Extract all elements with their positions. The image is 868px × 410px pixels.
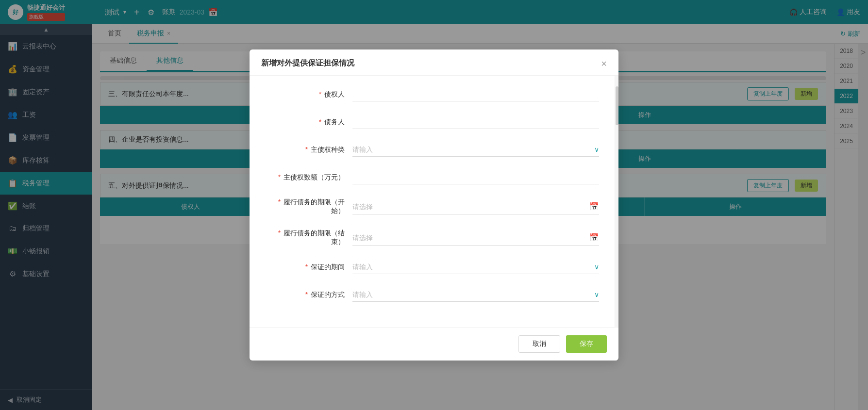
input-claim-amount[interactable]: [352, 170, 599, 184]
form-row-creditor: * 债权人: [265, 87, 599, 101]
label-period-end-text: 履行债务的期限（结束）: [284, 229, 345, 246]
save-button[interactable]: 保存: [566, 335, 607, 353]
date-period-end-wrapper: 📅: [352, 230, 599, 246]
required-star-guarantee-period: *: [305, 263, 308, 271]
input-period-end[interactable]: [352, 234, 589, 242]
guarantee-period-dropdown-icon[interactable]: ∨: [594, 263, 599, 271]
select-guarantee-period-wrapper: ∨: [352, 260, 599, 274]
select-claim-type-wrapper: ∨: [352, 143, 599, 157]
label-debtor-text: 债务人: [324, 118, 345, 126]
form-row-claim-type: * 主债权种类 ∨: [265, 143, 599, 157]
claim-type-dropdown-icon[interactable]: ∨: [594, 146, 599, 153]
label-claim-type-text: 主债权种类: [311, 146, 345, 153]
form-row-claim-amount: * 主债权数额（万元）: [265, 170, 599, 184]
add-guarantee-modal: 新增对外提供保证担保情况 × * 债权人 * 债务人: [250, 49, 618, 361]
label-creditor: * 债权人: [265, 90, 352, 99]
required-star-claim-amount: *: [278, 173, 281, 181]
modal-backdrop: 新增对外提供保证担保情况 × * 债权人 * 债务人: [0, 0, 868, 410]
label-claim-amount-text: 主债权数额（万元）: [284, 173, 345, 181]
label-period-end: * 履行债务的期限（结束）: [265, 229, 352, 246]
label-guarantee-method-text: 保证的方式: [311, 291, 345, 298]
required-star-period-end: *: [278, 229, 281, 237]
required-star-guarantee-method: *: [305, 291, 308, 298]
guarantee-method-dropdown-icon[interactable]: ∨: [594, 291, 599, 298]
required-star-period-start: *: [278, 198, 281, 206]
required-star-claim-type: *: [305, 146, 308, 153]
modal-content-wrapper: * 债权人 * 债务人 * 主债权种: [250, 76, 618, 327]
modal-body: * 债权人 * 债务人 * 主债权种: [250, 76, 615, 327]
label-creditor-text: 债权人: [324, 90, 345, 98]
modal-footer: 取消 保存: [250, 327, 618, 361]
input-period-start[interactable]: [352, 203, 589, 211]
form-row-period-end: * 履行债务的期限（结束） 📅: [265, 229, 599, 246]
input-creditor[interactable]: [352, 87, 599, 101]
input-guarantee-period[interactable]: [352, 263, 594, 271]
input-claim-type[interactable]: [352, 146, 594, 153]
label-period-start: * 履行债务的期限（开始）: [265, 198, 352, 215]
label-debtor: * 债务人: [265, 118, 352, 127]
required-star-creditor: *: [319, 90, 321, 98]
modal-scrollbar[interactable]: [615, 76, 618, 327]
modal-scroll-thumb: [616, 86, 618, 125]
label-period-start-text: 履行债务的期限（开始）: [284, 198, 345, 214]
label-guarantee-period-text: 保证的期间: [311, 263, 345, 271]
cancel-button[interactable]: 取消: [518, 335, 560, 353]
calendar-end-icon[interactable]: 📅: [589, 233, 599, 242]
form-row-guarantee-period: * 保证的期间 ∨: [265, 260, 599, 274]
calendar-start-icon[interactable]: 📅: [589, 202, 599, 211]
label-claim-type: * 主债权种类: [265, 146, 352, 154]
label-guarantee-method: * 保证的方式: [265, 291, 352, 299]
form-row-period-start: * 履行债务的期限（开始） 📅: [265, 198, 599, 215]
modal-title: 新增对外提供保证担保情况: [261, 58, 354, 68]
label-claim-amount: * 主债权数额（万元）: [265, 173, 352, 182]
form-row-debtor: * 债务人: [265, 115, 599, 129]
required-star-debtor: *: [319, 118, 321, 126]
input-guarantee-method[interactable]: [352, 291, 594, 298]
modal-header: 新增对外提供保证担保情况 ×: [250, 49, 618, 76]
modal-close-button[interactable]: ×: [601, 59, 607, 68]
label-guarantee-period: * 保证的期间: [265, 263, 352, 272]
form-row-guarantee-method: * 保证的方式 ∨: [265, 288, 599, 302]
date-period-start-wrapper: 📅: [352, 199, 599, 214]
input-debtor[interactable]: [352, 115, 599, 129]
select-guarantee-method-wrapper: ∨: [352, 288, 599, 302]
